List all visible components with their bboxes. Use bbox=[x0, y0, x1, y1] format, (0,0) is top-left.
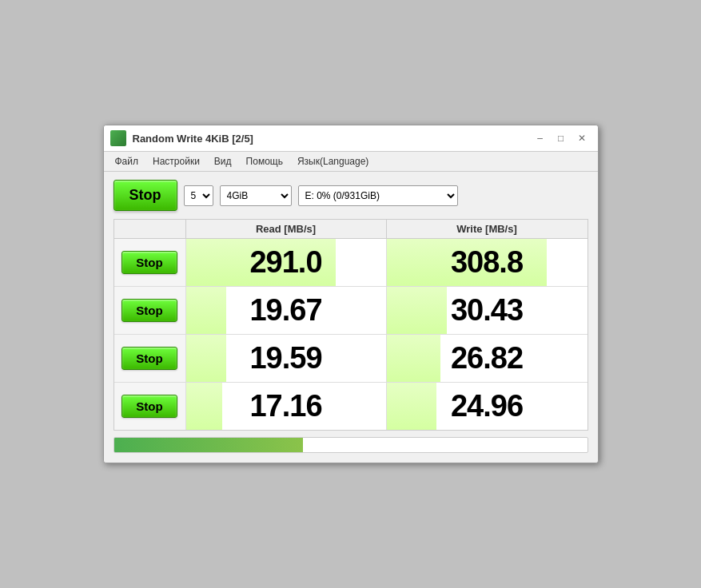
col-header-read: Read [MB/s] bbox=[186, 220, 387, 238]
write-cell-2: 26.82 bbox=[387, 335, 587, 382]
stop-button-0[interactable]: Stop bbox=[121, 251, 177, 274]
menu-language[interactable]: Язык(Language) bbox=[291, 153, 375, 169]
content-area: Stop 5 4GiB E: 0% (0/931GiB) Read [MB/s]… bbox=[104, 172, 598, 463]
write-cell-1: 30.43 bbox=[387, 287, 587, 334]
write-cell-0: 308.8 bbox=[387, 239, 587, 286]
menu-settings[interactable]: Настройки bbox=[146, 153, 206, 169]
table-row: Stop 19.67 30.43 bbox=[114, 287, 587, 335]
grid-header: Read [MB/s] Write [MB/s] bbox=[114, 220, 587, 239]
write-cell-3: 24.96 bbox=[387, 383, 587, 430]
menu-bar: Файл Настройки Вид Помощь Язык(Language) bbox=[104, 152, 598, 172]
maximize-button[interactable]: □ bbox=[552, 130, 571, 146]
stop-cell-3: Stop bbox=[114, 383, 186, 430]
size-select[interactable]: 4GiB bbox=[220, 185, 292, 206]
progress-bar-container bbox=[114, 437, 588, 453]
title-bar: Random Write 4KiB [2/5] – □ ✕ bbox=[104, 125, 598, 152]
stop-cell-1: Stop bbox=[114, 287, 186, 334]
progress-bar-fill bbox=[114, 438, 304, 452]
col-header-write: Write [MB/s] bbox=[387, 220, 587, 238]
menu-file[interactable]: Файл bbox=[109, 153, 145, 169]
main-stop-button[interactable]: Stop bbox=[114, 180, 177, 211]
stop-button-2[interactable]: Stop bbox=[121, 347, 177, 370]
write-bar-2 bbox=[387, 335, 441, 382]
close-button[interactable]: ✕ bbox=[572, 130, 591, 146]
read-cell-2: 19.59 bbox=[186, 335, 387, 382]
app-icon bbox=[110, 130, 126, 146]
write-bar-3 bbox=[387, 383, 437, 430]
table-row: Stop 291.0 308.8 bbox=[114, 239, 587, 287]
table-row: Stop 17.16 24.96 bbox=[114, 383, 587, 430]
menu-help[interactable]: Помощь bbox=[240, 153, 289, 169]
results-grid: Read [MB/s] Write [MB/s] Stop 291.0 308.… bbox=[114, 219, 588, 431]
runs-select[interactable]: 5 bbox=[184, 185, 213, 206]
read-bar-3 bbox=[186, 383, 222, 430]
window-controls: – □ ✕ bbox=[531, 130, 591, 146]
read-cell-0: 291.0 bbox=[186, 239, 387, 286]
stop-cell-2: Stop bbox=[114, 335, 186, 382]
stop-cell-0: Stop bbox=[114, 239, 186, 286]
read-value-0: 291.0 bbox=[249, 245, 321, 280]
stop-button-3[interactable]: Stop bbox=[121, 395, 177, 418]
read-bar-2 bbox=[186, 335, 226, 382]
write-value-3: 24.96 bbox=[451, 389, 523, 423]
read-value-2: 19.59 bbox=[249, 341, 321, 375]
main-window: Random Write 4KiB [2/5] – □ ✕ Файл Настр… bbox=[103, 125, 599, 463]
read-cell-1: 19.67 bbox=[186, 287, 387, 334]
menu-view[interactable]: Вид bbox=[208, 153, 238, 169]
read-value-3: 17.16 bbox=[249, 389, 321, 423]
drive-select[interactable]: E: 0% (0/931GiB) bbox=[298, 185, 458, 206]
col-header-empty bbox=[114, 220, 186, 238]
write-bar-1 bbox=[387, 287, 447, 334]
read-cell-3: 17.16 bbox=[186, 383, 387, 430]
window-title: Random Write 4KiB [2/5] bbox=[133, 133, 524, 145]
read-bar-1 bbox=[186, 287, 226, 334]
read-value-1: 19.67 bbox=[249, 293, 321, 328]
minimize-button[interactable]: – bbox=[531, 130, 550, 146]
stop-button-1[interactable]: Stop bbox=[121, 299, 177, 322]
write-value-1: 30.43 bbox=[451, 293, 523, 328]
write-value-2: 26.82 bbox=[451, 341, 523, 375]
write-value-0: 308.8 bbox=[451, 245, 523, 280]
table-row: Stop 19.59 26.82 bbox=[114, 335, 587, 383]
toolbar: Stop 5 4GiB E: 0% (0/931GiB) bbox=[114, 180, 588, 211]
